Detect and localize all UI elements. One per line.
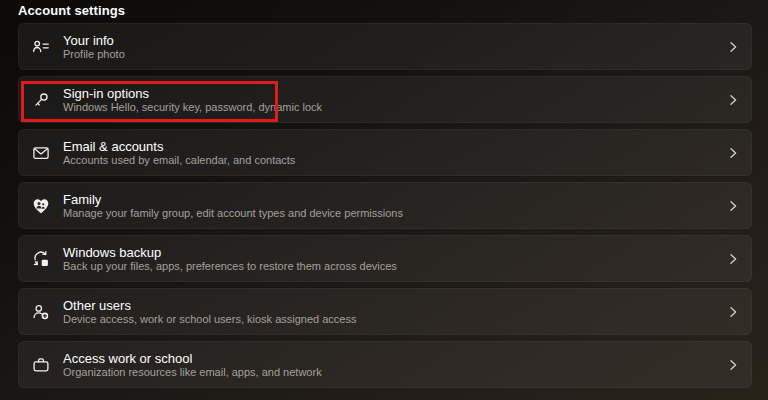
row-subtitle: Device access, work or school users, kio… (63, 314, 356, 325)
row-subtitle: Manage your family group, edit account t… (63, 208, 403, 219)
chevron-right-icon (727, 200, 739, 212)
contact-card-icon (31, 37, 51, 57)
row-texts: Family Manage your family group, edit ac… (63, 193, 403, 219)
chevron-right-icon (727, 147, 739, 159)
row-title: Windows backup (63, 246, 397, 259)
mail-icon (31, 143, 51, 163)
row-texts: Other users Device access, work or schoo… (63, 299, 356, 325)
settings-list: Your info Profile photo Sign-in options … (18, 23, 752, 388)
row-title: Family (63, 193, 403, 206)
row-subtitle: Windows Hello, security key, password, d… (63, 102, 322, 113)
briefcase-icon (31, 355, 51, 375)
account-settings-page: Account settings Your info Profile photo… (0, 0, 768, 400)
settings-row-family[interactable]: Family Manage your family group, edit ac… (18, 182, 752, 229)
row-texts: Windows backup Back up your files, apps,… (63, 246, 397, 272)
row-texts: Your info Profile photo (63, 34, 125, 60)
backup-sync-icon (31, 249, 51, 269)
row-texts: Email & accounts Accounts used by email,… (63, 140, 295, 166)
row-subtitle: Profile photo (63, 49, 125, 60)
chevron-right-icon (727, 306, 739, 318)
row-subtitle: Back up your files, apps, preferences to… (63, 261, 397, 272)
settings-row-access-work-or-school[interactable]: Access work or school Organization resou… (18, 341, 752, 388)
add-user-icon (31, 302, 51, 322)
chevron-right-icon (727, 41, 739, 53)
page-title: Account settings (18, 3, 125, 18)
settings-row-other-users[interactable]: Other users Device access, work or schoo… (18, 288, 752, 335)
row-title: Email & accounts (63, 140, 295, 153)
settings-row-email-accounts[interactable]: Email & accounts Accounts used by email,… (18, 129, 752, 176)
row-title: Sign-in options (63, 87, 322, 100)
family-heart-icon (31, 196, 51, 216)
chevron-right-icon (727, 253, 739, 265)
row-subtitle: Accounts used by email, calendar, and co… (63, 155, 295, 166)
row-title: Access work or school (63, 352, 322, 365)
chevron-right-icon (727, 94, 739, 106)
settings-row-windows-backup[interactable]: Windows backup Back up your files, apps,… (18, 235, 752, 282)
row-title: Your info (63, 34, 125, 47)
row-texts: Access work or school Organization resou… (63, 352, 322, 378)
settings-row-your-info[interactable]: Your info Profile photo (18, 23, 752, 70)
key-icon (31, 90, 51, 110)
chevron-right-icon (727, 359, 739, 371)
row-texts: Sign-in options Windows Hello, security … (63, 87, 322, 113)
row-subtitle: Organization resources like email, apps,… (63, 367, 322, 378)
settings-row-sign-in-options[interactable]: Sign-in options Windows Hello, security … (18, 76, 752, 123)
row-title: Other users (63, 299, 356, 312)
